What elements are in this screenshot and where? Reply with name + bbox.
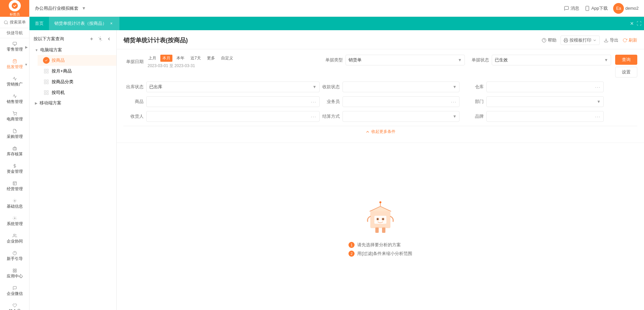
warehouse-status-select[interactable]: 已出库 ▼ bbox=[146, 82, 320, 92]
app-logo[interactable]: 标图员 bbox=[0, 0, 29, 17]
tab-close-all-icon[interactable]: ✕ bbox=[630, 21, 634, 26]
collapse-panel-btn[interactable] bbox=[106, 36, 112, 42]
print-action[interactable]: 按模板打印 bbox=[560, 36, 600, 45]
tab-bar-actions: ✕ ⛶ bbox=[630, 21, 644, 26]
tree-desktop-section[interactable]: ▼ 电脑端方案 bbox=[30, 45, 116, 55]
doc-type-select[interactable]: 销货单 ▼ bbox=[345, 55, 465, 65]
filter-salesperson-label: 业务员 bbox=[320, 99, 340, 105]
query-button[interactable]: 查询 bbox=[615, 55, 637, 65]
sidebar-item-wechat[interactable]: 企业微信 bbox=[0, 282, 29, 300]
page-title-bar: 销货单统计计表(按商品) 帮助 按模板打印 导出 bbox=[117, 30, 644, 49]
sidebar-item-sales[interactable]: 销售管理 bbox=[0, 91, 29, 108]
sidebar-item-retail[interactable]: 零售管理 ▶ bbox=[0, 38, 29, 56]
sidebar-item-member[interactable]: 畅会员 bbox=[0, 300, 29, 310]
date-tag-custom[interactable]: 自定义 bbox=[219, 55, 235, 62]
sidebar-item-operations[interactable]: 经营管理 bbox=[0, 178, 29, 195]
brand-input[interactable]: ··· bbox=[486, 111, 604, 122]
sidebar-item-appstore[interactable]: 应用中心 bbox=[0, 265, 29, 282]
collection-status-select[interactable]: ▼ bbox=[342, 82, 460, 92]
svg-rect-30 bbox=[47, 93, 48, 95]
tab-active[interactable]: 销货单统计计表（按商品） × bbox=[49, 17, 119, 30]
doc-status-select[interactable]: 已生效 ▼ bbox=[492, 55, 611, 65]
tip-num-2: 2 bbox=[348, 251, 355, 257]
goods-dots[interactable]: ··· bbox=[311, 99, 317, 104]
nav-label-appstore: 应用中心 bbox=[7, 273, 23, 279]
empty-tips: 1 请先选择要分析的方案 2 用[过滤]条件来缩小分析范围 bbox=[348, 242, 412, 257]
filter-date-label: 单据日期 bbox=[123, 59, 144, 65]
tree-mobile-section[interactable]: ▶ 移动端方案 bbox=[30, 98, 116, 108]
tree-item-by-goods[interactable]: 按商品 bbox=[38, 55, 116, 66]
user-name: demo2 bbox=[625, 6, 639, 11]
add-scheme-btn[interactable] bbox=[88, 36, 95, 42]
help-action[interactable]: 帮助 bbox=[542, 37, 556, 43]
sidebar-item-finance[interactable]: 资金管理 bbox=[0, 160, 29, 178]
filter-goods: 商品 ··· bbox=[123, 96, 320, 107]
filter-row-2: 出库状态 已出库 ▼ 收款状态 ▼ 仓库 bbox=[123, 82, 637, 92]
salesperson-input[interactable]: ··· bbox=[342, 96, 460, 107]
sidebar-item-inventory[interactable]: 库存核算 bbox=[0, 143, 29, 160]
recipient-dots[interactable]: ··· bbox=[311, 114, 317, 119]
sidebar-item-basic[interactable]: 基础信息 bbox=[0, 195, 29, 213]
sidebar-item-ecommerce[interactable]: 电商管理 bbox=[0, 108, 29, 125]
settings-button[interactable]: 设置 bbox=[615, 67, 637, 78]
tree-item-by-category[interactable]: 按商品分类 bbox=[38, 76, 116, 87]
goods-input[interactable]: ··· bbox=[146, 96, 320, 107]
salesperson-dots[interactable]: ··· bbox=[451, 99, 457, 104]
tab-fullscreen-icon[interactable]: ⛶ bbox=[637, 21, 641, 26]
sidebar-item-enterprise[interactable]: 企业协同 bbox=[0, 230, 29, 248]
quick-nav[interactable]: 快捷导航 bbox=[0, 28, 29, 38]
by-month-goods-icon bbox=[43, 68, 50, 74]
tab-close-btn[interactable]: × bbox=[109, 21, 114, 26]
sidebar-item-system[interactable]: 系统管理 bbox=[0, 213, 29, 230]
collapse-bar[interactable]: 收起更多条件 bbox=[123, 126, 637, 137]
svg-rect-14 bbox=[13, 271, 14, 272]
filter-doc-status: 单据状态 已生效 ▼ bbox=[469, 55, 611, 65]
left-panel-header: 按以下方案查询 bbox=[30, 34, 116, 45]
date-tag-this-year[interactable]: 本年 bbox=[174, 55, 186, 62]
date-tag-more[interactable]: 更多 bbox=[205, 55, 217, 62]
export-action[interactable]: 导出 bbox=[604, 37, 619, 43]
svg-point-40 bbox=[382, 218, 384, 220]
app-download-action[interactable]: App下载 bbox=[585, 5, 608, 11]
tab-home[interactable]: 首页 bbox=[30, 17, 49, 30]
by-driver-icon bbox=[43, 89, 50, 96]
by-driver-label: 按司机 bbox=[52, 90, 65, 96]
query-buttons: 查询 设置 bbox=[611, 55, 637, 78]
nav-label-member: 畅会员 bbox=[9, 308, 21, 310]
user-profile[interactable]: Ea demo2 bbox=[613, 3, 639, 14]
tree-item-by-driver[interactable]: 按司机 bbox=[38, 87, 116, 98]
edit-scheme-btn[interactable] bbox=[97, 36, 104, 42]
recipient-input[interactable]: ··· bbox=[146, 111, 320, 122]
settlement-select[interactable]: ▼ bbox=[342, 111, 460, 122]
svg-rect-22 bbox=[47, 71, 48, 73]
quick-nav-label: 快捷导航 bbox=[7, 30, 23, 36]
collapse-label: 收起更多条件 bbox=[371, 129, 395, 135]
sidebar-item-marketing[interactable]: 营销推广 bbox=[0, 73, 29, 91]
right-content: 销货单统计计表(按商品) 帮助 按模板打印 导出 bbox=[117, 30, 644, 310]
tree-item-by-month-goods[interactable]: 按月+商品 bbox=[38, 66, 116, 76]
svg-rect-42 bbox=[382, 227, 385, 233]
filter-warehouse-label: 仓库 bbox=[464, 84, 484, 90]
header-dropdown[interactable]: ▼ bbox=[81, 6, 87, 11]
filter-date: 单据日期 上月 本月 本年 近7天 更多 自定义 2023-03-01 至 20… bbox=[123, 55, 323, 69]
tree-arrow-desktop: ▼ bbox=[35, 48, 38, 52]
sidebar-item-purchase[interactable]: 采购管理 bbox=[0, 125, 29, 143]
date-tag-last-month[interactable]: 上月 bbox=[146, 55, 158, 62]
date-tag-7days[interactable]: 近7天 bbox=[189, 55, 203, 62]
sidebar-item-guide[interactable]: 新手引导 bbox=[0, 248, 29, 265]
warehouse-dots[interactable]: ··· bbox=[595, 85, 601, 90]
tip-text-2: 用[过滤]条件来缩小分析范围 bbox=[357, 251, 412, 257]
department-select[interactable]: ▼ bbox=[486, 96, 604, 107]
filter-doc-status-label: 单据状态 bbox=[469, 57, 489, 63]
empty-illustration bbox=[360, 196, 400, 237]
warehouse-input[interactable]: ··· bbox=[486, 82, 604, 92]
svg-point-44 bbox=[379, 201, 381, 203]
brand-dots[interactable]: ··· bbox=[595, 114, 601, 119]
message-action[interactable]: 消息 bbox=[564, 5, 579, 11]
date-filter-control[interactable]: 上月 本月 本年 近7天 更多 自定义 2023-03-01 至 2023-03… bbox=[146, 55, 323, 69]
tip-text-1: 请先选择要分析的方案 bbox=[357, 242, 401, 248]
refresh-action[interactable]: 刷新 bbox=[623, 37, 637, 43]
sidebar-item-wholesale[interactable]: 批发管理 ▼ bbox=[0, 56, 29, 73]
search-menu[interactable]: 搜索菜单 bbox=[0, 17, 29, 28]
date-tag-this-month[interactable]: 本月 bbox=[160, 55, 172, 62]
